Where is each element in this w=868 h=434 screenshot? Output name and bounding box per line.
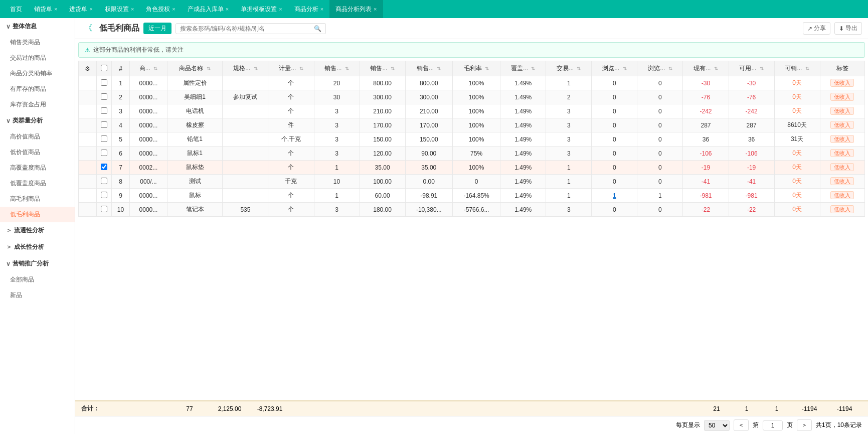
close-icon[interactable]: ×: [131, 6, 134, 12]
sidebar-item-sales-products[interactable]: 销售类商品: [0, 35, 75, 50]
sidebar-group-cluster[interactable]: ∨ 类群量分析: [0, 112, 75, 129]
sidebar-item-high-coverage[interactable]: 高覆盖度商品: [0, 160, 75, 176]
collapse-sidebar-button[interactable]: 《: [81, 23, 95, 34]
col-sales-qty[interactable]: 销售... ⇅: [314, 61, 360, 76]
sort-icon[interactable]: ⇅: [805, 66, 809, 71]
close-icon[interactable]: ×: [320, 6, 323, 12]
col-cover-rate[interactable]: 覆盖... ⇅: [500, 61, 546, 76]
close-icon[interactable]: ×: [89, 6, 92, 12]
col-available[interactable]: 可用... ⇅: [729, 61, 774, 76]
col-checkbox-cell[interactable]: [97, 147, 112, 161]
sidebar-item-low-coverage[interactable]: 低覆盖度商品: [0, 176, 75, 191]
col-checkbox-cell[interactable]: [97, 118, 112, 132]
row-checkbox[interactable]: [101, 135, 107, 142]
search-icon[interactable]: 🔍: [314, 25, 321, 32]
sidebar-group-circulation[interactable]: ＞ 流通性分析: [0, 222, 75, 239]
sort-icon[interactable]: ⇅: [254, 66, 258, 71]
col-checkbox-cell[interactable]: [97, 203, 112, 217]
share-button[interactable]: ↗ 分享: [803, 22, 830, 35]
sort-icon[interactable]: ⇅: [437, 66, 441, 71]
sort-icon[interactable]: ⇅: [345, 66, 349, 71]
sidebar-group-marketing[interactable]: ∨ 营销推广分析: [0, 255, 75, 272]
sidebar-item-all-products[interactable]: 全部商品: [0, 272, 75, 287]
sort-icon[interactable]: ⇅: [577, 66, 581, 71]
close-icon[interactable]: ×: [172, 6, 175, 12]
sidebar-item-low-margin[interactable]: 低毛利商品: [0, 207, 75, 222]
sidebar-item-category-sales-rate[interactable]: 商品分类助销率: [0, 66, 75, 81]
row-checkbox[interactable]: [101, 178, 107, 184]
nav-role-auth[interactable]: 角色授权 ×: [140, 0, 181, 18]
nav-home[interactable]: 首页: [4, 0, 28, 18]
row-checkbox[interactable]: [101, 206, 107, 212]
col-tag[interactable]: 标签: [820, 61, 864, 76]
close-icon[interactable]: ×: [54, 6, 57, 12]
col-browse1[interactable]: 浏览... ⇅: [592, 61, 637, 76]
row-checkbox[interactable]: [101, 93, 107, 100]
page-size-select[interactable]: 50 100: [704, 420, 730, 431]
export-button[interactable]: ⬇ 导出: [834, 22, 862, 35]
page-number-input[interactable]: [763, 420, 783, 430]
sidebar-item-new-products[interactable]: 新品: [0, 287, 75, 303]
prev-page-button[interactable]: ＜: [734, 419, 749, 431]
sidebar-item-traded-products[interactable]: 交易过的商品: [0, 50, 75, 66]
select-all-checkbox[interactable]: [101, 65, 107, 71]
sort-icon[interactable]: ⇅: [760, 66, 764, 71]
col-spec[interactable]: 规格... ⇅: [223, 61, 268, 76]
col-unit[interactable]: 计量... ⇅: [268, 61, 314, 76]
col-checkbox-cell[interactable]: [97, 104, 112, 118]
sidebar-group-growth[interactable]: ＞ 成长性分析: [0, 239, 75, 255]
col-browse1-cell[interactable]: 1: [592, 189, 637, 203]
nav-purchase-order[interactable]: 进货单 ×: [63, 0, 98, 18]
search-input[interactable]: [180, 25, 314, 32]
col-current-stock[interactable]: 现有... ⇅: [683, 61, 729, 76]
col-checkbox-cell[interactable]: [97, 132, 112, 147]
row-checkbox[interactable]: [101, 121, 107, 128]
row-checkbox[interactable]: [101, 164, 107, 170]
row-checkbox[interactable]: [101, 150, 107, 156]
row-checkbox[interactable]: [101, 79, 107, 86]
sidebar-item-high-margin[interactable]: 高毛利商品: [0, 191, 75, 207]
col-sales-amount[interactable]: 销售... ⇅: [405, 61, 452, 76]
col-checkbox-cell[interactable]: [97, 76, 112, 90]
sort-icon[interactable]: ⇅: [668, 66, 672, 71]
row-checkbox[interactable]: [101, 192, 107, 198]
col-sales-price[interactable]: 销售... ⇅: [360, 61, 405, 76]
settings-icon[interactable]: ⚙: [85, 65, 90, 72]
col-browse2[interactable]: 浏览... ⇅: [637, 61, 683, 76]
close-icon[interactable]: ×: [279, 6, 282, 12]
sort-icon[interactable]: ⇅: [531, 66, 535, 71]
col-checkbox-cell[interactable]: [97, 175, 112, 189]
date-filter-button[interactable]: 近一月: [143, 23, 171, 34]
next-page-button[interactable]: ＞: [797, 419, 812, 431]
col-trade-count[interactable]: 交易... ⇅: [546, 61, 592, 76]
col-checkbox-cell[interactable]: [97, 90, 112, 104]
sort-icon[interactable]: ⇅: [207, 66, 211, 71]
sidebar-group-overall[interactable]: ∨ 整体信息: [0, 18, 75, 35]
sort-icon[interactable]: ⇅: [485, 66, 489, 71]
close-icon[interactable]: ×: [226, 6, 229, 12]
col-checkbox-cell[interactable]: [97, 161, 112, 175]
sidebar-item-inventory-capital[interactable]: 库存资金占用: [0, 97, 75, 112]
close-icon[interactable]: ×: [374, 6, 377, 12]
row-checkbox[interactable]: [101, 107, 107, 114]
sidebar-item-stocked-products[interactable]: 有库存的商品: [0, 81, 75, 97]
nav-template-settings[interactable]: 单据模板设置 ×: [235, 0, 288, 18]
nav-product-analysis[interactable]: 商品分析 ×: [288, 0, 329, 18]
sort-icon[interactable]: ⇅: [153, 66, 157, 71]
nav-product-inbound[interactable]: 产成品入库单 ×: [182, 0, 235, 18]
sort-icon[interactable]: ⇅: [714, 66, 718, 71]
col-checkbox[interactable]: [97, 61, 112, 76]
sidebar-item-high-value[interactable]: 高价值商品: [0, 129, 75, 144]
col-settings[interactable]: ⚙: [79, 61, 97, 76]
sort-icon[interactable]: ⇅: [623, 66, 627, 71]
col-gross-rate[interactable]: 毛利率 ⇅: [452, 61, 500, 76]
col-checkbox-cell[interactable]: [97, 189, 112, 203]
sidebar-item-low-value[interactable]: 低价值商品: [0, 144, 75, 160]
col-code[interactable]: 商... ⇅: [130, 61, 167, 76]
sort-icon[interactable]: ⇅: [299, 66, 303, 71]
col-name[interactable]: 商品名称 ⇅: [167, 61, 223, 76]
sort-icon[interactable]: ⇅: [391, 66, 395, 71]
nav-permission-settings[interactable]: 权限设置 ×: [99, 0, 140, 18]
col-sellable[interactable]: 可销... ⇅: [774, 61, 820, 76]
nav-sales-order[interactable]: 销货单 ×: [28, 0, 63, 18]
